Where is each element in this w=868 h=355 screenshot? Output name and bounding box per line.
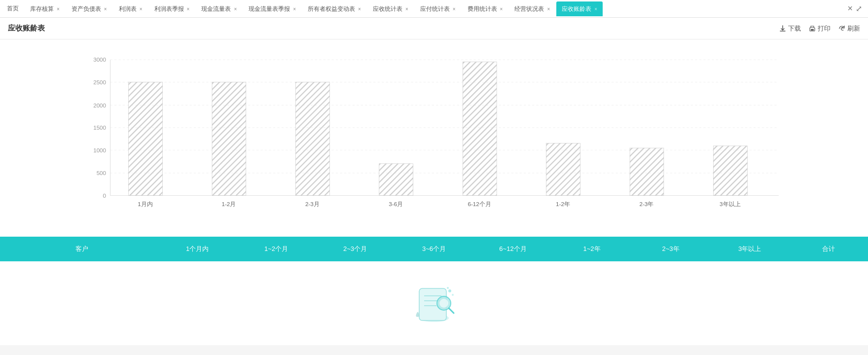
refresh-icon <box>838 25 845 32</box>
col-3plus-year: 3年以上 <box>710 245 789 253</box>
tab-cashflow-quarterly[interactable]: 现金流量表季报 × <box>243 1 301 16</box>
close-tab-ar-stats[interactable]: × <box>405 6 408 12</box>
bar-month3-6 <box>379 164 413 196</box>
download-button[interactable]: 下载 <box>779 24 801 33</box>
header-actions: 下载 打印 刷新 <box>779 24 860 33</box>
svg-text:2-3月: 2-3月 <box>305 201 320 207</box>
svg-point-32 <box>439 299 448 308</box>
close-tab-ops-status[interactable]: × <box>547 6 550 12</box>
svg-text:1000: 1000 <box>93 147 106 153</box>
close-tab-balance-sheet[interactable]: × <box>104 6 107 12</box>
tab-ops-status[interactable]: 经营状况表 × <box>509 1 555 16</box>
tab-ap-stats[interactable]: 应付统计表 × <box>415 1 461 16</box>
tab-profit[interactable]: 利润表 × <box>113 1 148 16</box>
empty-illustration <box>409 281 459 325</box>
close-tab-profit[interactable]: × <box>140 6 143 12</box>
svg-text:1-2年: 1-2年 <box>556 201 570 207</box>
tab-bar: 首页 库存核算 × 资产负债表 × 利润表 × 利润表季报 × 现金流量表 × … <box>0 0 868 18</box>
svg-line-33 <box>449 308 454 313</box>
svg-rect-1 <box>811 29 814 31</box>
table-header: 客户 1个月内 1~2个月 2~3个月 3~6个月 6~12个月 1~2年 2~… <box>0 237 868 261</box>
close-tab-expense-stats[interactable]: × <box>500 6 503 12</box>
close-tab-profit-quarterly[interactable]: × <box>187 6 190 12</box>
svg-text:6-12个月: 6-12个月 <box>468 201 491 207</box>
close-tab-cashflow-quarterly[interactable]: × <box>293 6 296 12</box>
svg-text:3年以上: 3年以上 <box>720 201 740 207</box>
svg-point-36 <box>447 287 449 289</box>
page-title: 应收账龄表 <box>8 24 45 33</box>
col-1month: 1个月内 <box>158 245 237 253</box>
tab-ar-stats[interactable]: 应收统计表 × <box>367 1 414 16</box>
bar-month1 <box>129 82 163 196</box>
col-3-6month: 3~6个月 <box>395 245 473 253</box>
col-2-3month: 2~3个月 <box>316 245 395 253</box>
bar-month1-2 <box>212 82 246 196</box>
svg-point-35 <box>452 294 454 296</box>
bar-year1-2 <box>546 143 580 196</box>
download-icon <box>779 25 786 32</box>
col-customer: 客户 <box>0 245 158 253</box>
tab-home[interactable]: 首页 <box>2 4 24 13</box>
bar-month2-3 <box>295 82 329 196</box>
svg-text:500: 500 <box>97 170 107 176</box>
maximize-window-icon[interactable]: ⤢ <box>856 4 862 13</box>
col-1-2year: 1~2年 <box>552 245 631 253</box>
svg-text:3000: 3000 <box>93 56 106 63</box>
tab-cashflow[interactable]: 现金流量表 × <box>196 1 242 16</box>
bar-year3plus <box>713 146 747 196</box>
page-header: 应收账龄表 下载 打印 刷新 <box>0 18 868 39</box>
tab-ar-aging[interactable]: 应收账龄表 × <box>556 1 603 16</box>
svg-text:2000: 2000 <box>93 102 106 108</box>
tab-balance-sheet[interactable]: 资产负债表 × <box>66 1 112 16</box>
close-tab-inventory[interactable]: × <box>57 6 60 12</box>
close-window-icon[interactable]: × <box>847 3 853 14</box>
close-tab-cashflow[interactable]: × <box>234 6 237 12</box>
svg-text:1-2月: 1-2月 <box>221 201 236 207</box>
svg-text:3-6月: 3-6月 <box>389 201 403 207</box>
close-tab-ap-stats[interactable]: × <box>453 6 456 12</box>
svg-text:1500: 1500 <box>93 124 106 131</box>
close-tab-ar-aging[interactable]: × <box>594 6 597 12</box>
tab-inventory[interactable]: 库存核算 × <box>25 1 65 16</box>
tab-profit-quarterly[interactable]: 利润表季报 × <box>149 1 195 16</box>
svg-text:0: 0 <box>103 192 107 199</box>
svg-text:2500: 2500 <box>93 79 106 85</box>
main-content: 0 500 1000 1500 2000 2500 3000 1月内 1-2月 … <box>0 39 868 345</box>
bar-month6-12 <box>463 62 497 195</box>
svg-text:1月内: 1月内 <box>138 201 152 207</box>
tab-expense-stats[interactable]: 费用统计表 × <box>462 1 508 16</box>
print-button[interactable]: 打印 <box>809 24 831 33</box>
bar-chart: 0 500 1000 1500 2000 2500 3000 1月内 1-2月 … <box>20 49 848 227</box>
col-6-12month: 6~12个月 <box>473 245 552 253</box>
chart-area: 0 500 1000 1500 2000 2500 3000 1月内 1-2月 … <box>0 39 868 237</box>
empty-icon <box>409 281 459 325</box>
col-total: 合计 <box>789 245 868 253</box>
empty-state <box>0 261 868 345</box>
window-controls: × ⤢ <box>847 3 866 14</box>
bar-year2-3 <box>630 148 664 195</box>
refresh-button[interactable]: 刷新 <box>838 24 860 33</box>
col-1-2month: 1~2个月 <box>237 245 316 253</box>
tab-equity[interactable]: 所有者权益变动表 × <box>302 1 366 16</box>
print-icon <box>809 25 816 32</box>
svg-text:2-3年: 2-3年 <box>640 201 654 207</box>
col-2-3year: 2~3年 <box>631 245 710 253</box>
close-tab-equity[interactable]: × <box>358 6 361 12</box>
svg-point-34 <box>448 289 451 292</box>
